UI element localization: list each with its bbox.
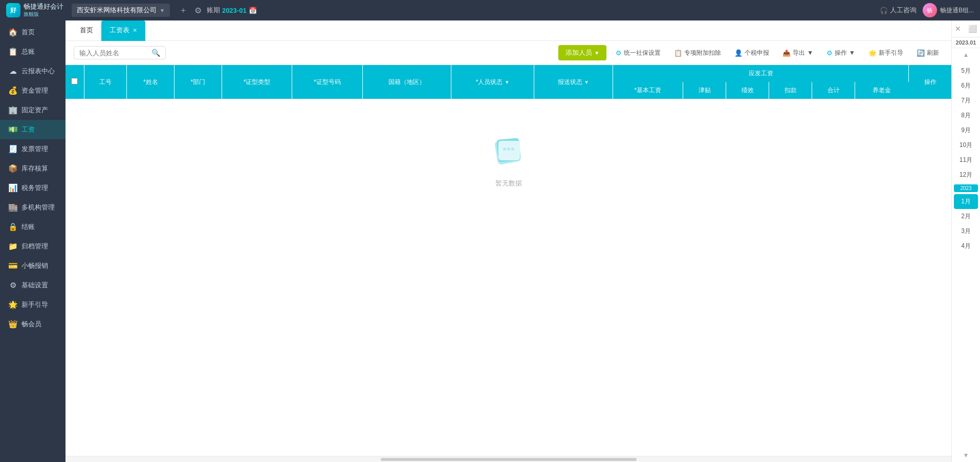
sidebar: 🏠 首页 📋 总账 ☁ 云报表中心 💰 资金管理 🏢 固定资产 💵 工资 🧾 发… xyxy=(0,20,66,462)
month-item-4[interactable]: 4月 xyxy=(952,239,980,254)
tax-icon: 📊 xyxy=(8,183,17,193)
member-icon: 👑 xyxy=(8,320,17,329)
expense-icon: 💳 xyxy=(8,261,17,270)
add-company-button[interactable]: ＋ xyxy=(178,4,188,17)
search-input[interactable] xyxy=(79,49,148,57)
sidebar-item-guide[interactable]: 🌟 新手引导 xyxy=(0,295,66,314)
sidebar-item-member[interactable]: 👑 畅会员 xyxy=(0,314,66,334)
month-item-7[interactable]: 7月 xyxy=(952,93,980,108)
operation-button[interactable]: ⚙ 操作 ▼ xyxy=(822,47,859,59)
month-item-1-active[interactable]: 1月 xyxy=(954,194,978,209)
th-id-no: *证型号码 xyxy=(292,65,362,99)
tax-report-button[interactable]: 👤 个税申报 xyxy=(730,47,773,59)
add-person-label: 添加人员 xyxy=(565,48,592,57)
th-wages-group: 应发工资 xyxy=(613,65,909,82)
sidebar-item-ledger[interactable]: 📋 总账 xyxy=(0,42,66,61)
tab-close-icon[interactable]: ✕ xyxy=(133,28,137,33)
month-item-5[interactable]: 5月 xyxy=(952,64,980,78)
period-display: 2023.01 xyxy=(952,37,980,48)
th-checkbox[interactable] xyxy=(66,65,84,99)
empty-text: 暂无数据 xyxy=(495,179,522,188)
sidebar-item-inventory[interactable]: 📦 库存核算 xyxy=(0,159,66,178)
sidebar-item-tax[interactable]: 📊 税务管理 xyxy=(0,178,66,198)
guide-toolbar-icon: 🌟 xyxy=(868,49,877,57)
month-item-9[interactable]: 9月 xyxy=(952,123,980,138)
panel-close-button[interactable]: ✕ xyxy=(954,24,962,34)
sidebar-label-inventory: 库存核算 xyxy=(21,164,48,173)
company-name: 西安虾米网络科技有限公司 xyxy=(77,6,157,15)
month-nav-up[interactable]: ▲ xyxy=(962,50,970,59)
sidebar-item-settings[interactable]: ⚙ 基础设置 xyxy=(0,276,66,295)
sidebar-item-home[interactable]: 🏠 首页 xyxy=(0,23,66,42)
special-deduction-button[interactable]: 📋 专项附加扣除 xyxy=(670,47,725,59)
home-icon: 🏠 xyxy=(8,28,17,37)
social-insurance-button[interactable]: ⚙ 统一社保设置 xyxy=(612,47,665,59)
sidebar-item-cloud-report[interactable]: ☁ 云报表中心 xyxy=(0,61,66,81)
add-dropdown-arrow: ▼ xyxy=(594,50,599,56)
sidebar-item-fund[interactable]: 💰 资金管理 xyxy=(0,81,66,100)
tab-home[interactable]: 首页 xyxy=(72,20,101,41)
calendar-icon[interactable]: 📅 xyxy=(249,7,257,14)
sidebar-label-archive: 归档管理 xyxy=(21,242,48,251)
settings-icon[interactable]: ⚙ xyxy=(193,5,203,16)
sidebar-label-home: 首页 xyxy=(21,28,35,37)
sidebar-item-multi-org[interactable]: 🏬 多机构管理 xyxy=(0,198,66,217)
tax-report-label: 个税申报 xyxy=(745,49,769,57)
fund-icon: 💰 xyxy=(8,86,17,95)
topbar-actions: ＋ ⚙ xyxy=(178,4,203,17)
th-base-wage: *基本工资 xyxy=(613,82,683,99)
tab-salary-table[interactable]: 工资表 ✕ xyxy=(101,20,145,41)
sidebar-item-close-account[interactable]: 🔒 结账 xyxy=(0,217,66,237)
sidebar-label-settings: 基础设置 xyxy=(21,281,48,290)
app-logo: 好 畅捷通好会计 旗舰版 xyxy=(6,3,63,18)
refresh-button[interactable]: 🔄 刷新 xyxy=(912,47,943,59)
add-person-button[interactable]: 添加人员 ▼ xyxy=(558,45,606,60)
panel-expand-button[interactable]: ⬜ xyxy=(967,24,978,34)
svg-rect-2 xyxy=(498,141,520,160)
app-name: 畅捷通好会计 xyxy=(24,3,63,11)
month-item-3[interactable]: 3月 xyxy=(952,224,980,239)
sidebar-item-salary[interactable]: 💵 工资 xyxy=(0,120,66,139)
human-service-button[interactable]: 🎧 人工咨询 xyxy=(880,6,917,15)
refresh-icon: 🔄 xyxy=(917,49,925,57)
operation-label: 操作 xyxy=(835,49,847,57)
assets-icon: 🏢 xyxy=(8,106,17,115)
month-item-2[interactable]: 2月 xyxy=(952,209,980,224)
report-filter-icon[interactable]: ▼ xyxy=(584,79,589,85)
company-selector[interactable]: 西安虾米网络科技有限公司 ▼ xyxy=(72,4,170,17)
svg-point-4 xyxy=(507,148,510,151)
sidebar-label-ledger: 总账 xyxy=(21,47,35,56)
user-avatar[interactable]: 畅 畅捷通B组... xyxy=(923,3,974,17)
social-label: 统一社保设置 xyxy=(624,49,661,57)
sidebar-label-cloud: 云报表中心 xyxy=(21,67,55,76)
month-item-8[interactable]: 8月 xyxy=(952,108,980,123)
month-item-6[interactable]: 6月 xyxy=(952,78,980,93)
salary-icon: 💵 xyxy=(8,125,17,134)
operation-arrow: ▼ xyxy=(849,49,855,56)
year-2023-badge: 2023 xyxy=(954,184,978,192)
guide-toolbar-label: 新手引导 xyxy=(879,49,903,57)
horizontal-scrollbar[interactable] xyxy=(66,456,951,462)
month-item-12[interactable]: 12月 xyxy=(952,167,980,182)
month-nav-down[interactable]: ▼ xyxy=(962,451,970,460)
sidebar-item-expense[interactable]: 💳 小畅报销 xyxy=(0,256,66,276)
month-item-11[interactable]: 11月 xyxy=(952,153,980,167)
sidebar-item-archive[interactable]: 📁 归档管理 xyxy=(0,237,66,256)
scroll-thumb[interactable] xyxy=(381,458,637,461)
sidebar-label-expense: 小畅报销 xyxy=(21,261,48,270)
guide-button[interactable]: 🌟 新手引导 xyxy=(864,47,907,59)
sidebar-item-assets[interactable]: 🏢 固定资产 xyxy=(0,100,66,120)
cloud-icon: ☁ xyxy=(8,67,17,76)
top-right: 🎧 人工咨询 畅 畅捷通B组... xyxy=(880,3,974,17)
person-filter-icon[interactable]: ▼ xyxy=(505,79,510,85)
th-allowance: 津贴 xyxy=(683,82,726,99)
th-name: *姓名 xyxy=(127,65,175,99)
month-item-10[interactable]: 10月 xyxy=(952,138,980,153)
search-box[interactable]: 🔍 xyxy=(74,46,166,59)
select-all-checkbox[interactable] xyxy=(71,78,78,85)
th-performance: 绩效 xyxy=(726,82,769,99)
export-button[interactable]: 📤 导出 ▼ xyxy=(778,47,817,59)
main-layout: 🏠 首页 📋 总账 ☁ 云报表中心 💰 资金管理 🏢 固定资产 💵 工资 🧾 发… xyxy=(0,20,980,462)
operation-icon: ⚙ xyxy=(826,49,833,57)
sidebar-item-invoice[interactable]: 🧾 发票管理 xyxy=(0,139,66,159)
